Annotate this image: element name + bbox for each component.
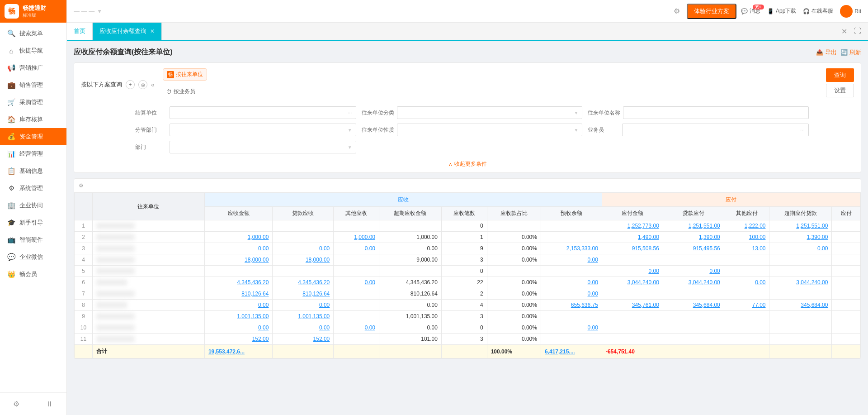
- salesman-input[interactable]: ···: [622, 124, 809, 136]
- row-receivable[interactable]: [204, 266, 272, 277]
- row-loan-sr[interactable]: [273, 220, 334, 232]
- table-settings-icon[interactable]: ⚙: [79, 182, 84, 189]
- row-loan-fu[interactable]: [663, 288, 724, 300]
- row-other-sr[interactable]: [334, 266, 379, 277]
- row-other-sr[interactable]: [334, 311, 379, 322]
- row-receivable[interactable]: 0.00: [204, 322, 272, 334]
- row-loan-fu[interactable]: 3,044,240.00: [663, 277, 724, 288]
- filter-add-btn[interactable]: +: [126, 80, 135, 89]
- setting-button[interactable]: 设置: [826, 84, 854, 97]
- row-other-fu[interactable]: 13.00: [724, 243, 769, 254]
- filter-scheme-staff[interactable]: ⏱ 按业务员: [163, 86, 212, 97]
- row-payable[interactable]: 3,044,240.00: [602, 277, 663, 288]
- row-loan-sr[interactable]: 0.00: [273, 300, 334, 311]
- dept-manage-input[interactable]: ▼: [170, 124, 356, 136]
- row-advance-sr[interactable]: [541, 220, 602, 232]
- row-loan-sr[interactable]: 810,126.64: [273, 288, 334, 300]
- row-loan-sr[interactable]: 1,001,135.00: [273, 311, 334, 322]
- row-overdue-fu[interactable]: [769, 288, 832, 300]
- row-other-fu[interactable]: 100.00: [724, 232, 769, 243]
- row-overdue-fu[interactable]: 1,251,551.00: [769, 220, 832, 232]
- collapse-sidebar-btn[interactable]: ⏸: [42, 398, 58, 410]
- row-overdue-fu[interactable]: 3,044,240.00: [769, 277, 832, 288]
- row-loan-sr[interactable]: [273, 232, 334, 243]
- sidebar-item-purchase[interactable]: 🛒 采购管理: [0, 94, 66, 111]
- row-loan-fu[interactable]: [663, 254, 724, 266]
- row-loan-sr[interactable]: 18,000.00: [273, 254, 334, 266]
- row-other-sr[interactable]: [334, 300, 379, 311]
- row-payable[interactable]: [602, 322, 663, 334]
- user-profile-btn[interactable]: Rit: [840, 5, 861, 18]
- unit-nature-input[interactable]: ▼: [397, 124, 583, 136]
- row-receivable[interactable]: 1,000.00: [204, 232, 272, 243]
- sidebar-item-member[interactable]: 👑 畅会员: [0, 266, 66, 283]
- sidebar-item-basicinfo[interactable]: 📋 基础信息: [0, 162, 66, 180]
- row-other-fu[interactable]: [724, 334, 769, 345]
- row-other-sr[interactable]: [334, 254, 379, 266]
- row-loan-fu[interactable]: [663, 322, 724, 334]
- row-payable[interactable]: 1,252,773.00: [602, 220, 663, 232]
- tab-close-icon[interactable]: ✕: [150, 28, 155, 34]
- row-other-sr[interactable]: 1,000.00: [334, 232, 379, 243]
- row-payable[interactable]: 1,490.00: [602, 232, 663, 243]
- sidebar-item-operation[interactable]: 📊 经营管理: [0, 145, 66, 162]
- row-overdue-fu[interactable]: [769, 266, 832, 277]
- dept-input[interactable]: ▼: [170, 141, 356, 153]
- collapse-more-btn[interactable]: ∧ 收起更多条件: [81, 158, 854, 170]
- row-payable[interactable]: [602, 311, 663, 322]
- row-advance-sr[interactable]: 0.00: [541, 288, 602, 300]
- export-button[interactable]: 📤 导出: [816, 48, 837, 57]
- row-advance-sr[interactable]: 0.00: [541, 322, 602, 334]
- sidebar-item-wechat[interactable]: 💬 企业微信: [0, 248, 66, 266]
- sidebar-item-sales[interactable]: 💼 销售管理: [0, 76, 66, 94]
- row-other-fu[interactable]: 1,222.00: [724, 220, 769, 232]
- row-receivable[interactable]: 1,001,135.00: [204, 311, 272, 322]
- row-loan-sr[interactable]: 4,345,436.20: [273, 277, 334, 288]
- row-loan-fu[interactable]: 915,495.56: [663, 243, 724, 254]
- row-advance-sr[interactable]: 2,153,333.00: [541, 243, 602, 254]
- sidebar-item-system[interactable]: ⚙ 系统管理: [0, 180, 66, 197]
- row-receivable[interactable]: 4,345,436.20: [204, 277, 272, 288]
- row-overdue-fu[interactable]: [769, 322, 832, 334]
- row-receivable[interactable]: 0.00: [204, 300, 272, 311]
- gear-btn[interactable]: ⚙: [671, 5, 682, 18]
- row-advance-sr[interactable]: [541, 266, 602, 277]
- row-other-fu[interactable]: [724, 288, 769, 300]
- row-loan-fu[interactable]: 1,390.00: [663, 232, 724, 243]
- row-receivable[interactable]: 18,000.00: [204, 254, 272, 266]
- row-overdue-fu[interactable]: [769, 334, 832, 345]
- row-overdue-fu[interactable]: [769, 311, 832, 322]
- row-loan-sr[interactable]: 0.00: [273, 322, 334, 334]
- row-loan-sr[interactable]: 152.00: [273, 334, 334, 345]
- row-other-fu[interactable]: 77.00: [724, 300, 769, 311]
- row-payable[interactable]: 0.00: [602, 266, 663, 277]
- row-loan-sr[interactable]: [273, 266, 334, 277]
- sidebar-item-hardware[interactable]: 📺 智能硬件: [0, 231, 66, 248]
- row-advance-sr[interactable]: 655,636.75: [541, 300, 602, 311]
- tab-home[interactable]: 首页: [67, 22, 93, 40]
- row-other-sr[interactable]: 0.00: [334, 243, 379, 254]
- row-receivable[interactable]: 152.00: [204, 334, 272, 345]
- row-receivable[interactable]: [204, 220, 272, 232]
- row-other-sr[interactable]: 0.00: [334, 322, 379, 334]
- row-advance-sr[interactable]: 0.00: [541, 277, 602, 288]
- row-loan-fu[interactable]: 345,684.00: [663, 300, 724, 311]
- row-loan-fu[interactable]: [663, 334, 724, 345]
- row-other-fu[interactable]: 0.00: [724, 277, 769, 288]
- sidebar-item-search[interactable]: 🔍 搜索菜单: [0, 25, 66, 42]
- filter-template-btn[interactable]: ◎: [138, 80, 147, 89]
- sidebar-item-quicknav[interactable]: ⌂ 快捷导航: [0, 42, 66, 59]
- row-payable[interactable]: [602, 288, 663, 300]
- maximize-tab-btn[interactable]: ⛶: [852, 25, 863, 38]
- row-receivable[interactable]: 810,126.64: [204, 288, 272, 300]
- row-other-fu[interactable]: [724, 322, 769, 334]
- row-overdue-fu[interactable]: 1,390.00: [769, 232, 832, 243]
- query-button[interactable]: 查询: [826, 68, 854, 82]
- row-payable[interactable]: [602, 334, 663, 345]
- close-tab-btn[interactable]: ✕: [839, 25, 849, 38]
- sidebar-item-finance[interactable]: 💰 资金管理: [0, 128, 66, 145]
- settlement-unit-input[interactable]: ···: [170, 106, 356, 119]
- sidebar-item-marketing[interactable]: 📢 营销推广: [0, 59, 66, 76]
- filter-collapse-icon[interactable]: «: [151, 81, 155, 88]
- row-overdue-fu[interactable]: 0.00: [769, 243, 832, 254]
